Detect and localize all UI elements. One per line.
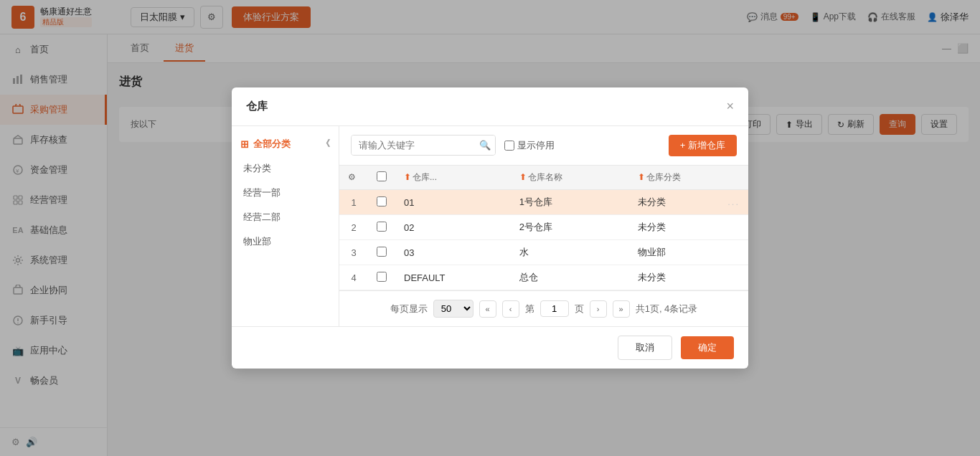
total-label: 共1页, 4条记录 bbox=[636, 303, 698, 315]
row-checkbox-cell[interactable] bbox=[368, 240, 395, 265]
select-all-checkbox[interactable] bbox=[377, 171, 387, 181]
show-disabled-label[interactable]: 显示停用 bbox=[504, 139, 555, 152]
collapse-icon[interactable]: 《 bbox=[321, 138, 330, 150]
modal-overlay: 仓库 × ⊞ 全部分类 《 未分类 经营一部 经营二部 物业部 bbox=[0, 0, 980, 456]
page-input[interactable] bbox=[540, 300, 569, 317]
search-wrap: 🔍 bbox=[351, 135, 496, 156]
sort-icon-category: ⬆ bbox=[638, 172, 645, 182]
row-checkbox[interactable] bbox=[377, 247, 387, 257]
col-warehouse-code: ⬆仓库... bbox=[395, 166, 511, 190]
category-property[interactable]: 物业部 bbox=[232, 229, 339, 254]
table-row[interactable]: 3 03 水 物业部 bbox=[339, 240, 748, 265]
search-input[interactable] bbox=[352, 136, 495, 155]
col-warehouse-category: ⬆仓库分类 bbox=[629, 166, 748, 190]
row-code: 01 bbox=[395, 189, 511, 215]
settings-col-icon: ⚙ bbox=[348, 172, 356, 182]
search-icon[interactable]: 🔍 bbox=[479, 140, 491, 151]
row-name: 1号仓库 bbox=[511, 189, 630, 215]
cancel-button[interactable]: 取消 bbox=[618, 336, 672, 360]
warehouse-table: ⚙ ⬆仓库... ⬆仓库名称 bbox=[339, 166, 748, 291]
row-num: 4 bbox=[339, 265, 368, 290]
sort-icon-code: ⬆ bbox=[404, 172, 411, 182]
category-uncategorized[interactable]: 未分类 bbox=[232, 156, 339, 181]
category-ops2[interactable]: 经营二部 bbox=[232, 205, 339, 229]
col-settings: ⚙ bbox=[339, 166, 368, 190]
grid-icon: ⊞ bbox=[240, 138, 249, 150]
per-page-label: 每页显示 bbox=[390, 303, 428, 315]
show-disabled-text: 显示停用 bbox=[517, 139, 555, 152]
pagination: 每页显示 50 20 100 « ‹ 第 页 › » 共1页, 4条记录 bbox=[339, 290, 748, 326]
row-code: DEFAULT bbox=[395, 265, 511, 290]
table-row[interactable]: 1 01 1号仓库 未分类... bbox=[339, 189, 748, 215]
confirm-button[interactable]: 确定 bbox=[681, 336, 734, 359]
table-row[interactable]: 4 DEFAULT 总仓 未分类 bbox=[339, 265, 748, 290]
category-all-label: 全部分类 bbox=[253, 138, 291, 151]
row-category: 未分类... bbox=[629, 190, 748, 215]
modal-header: 仓库 × bbox=[232, 87, 748, 126]
table-toolbar: 🔍 显示停用 + 新增仓库 bbox=[339, 126, 748, 166]
table-scroll: ⚙ ⬆仓库... ⬆仓库名称 bbox=[339, 166, 748, 291]
category-ops1[interactable]: 经营一部 bbox=[232, 181, 339, 205]
row-code: 02 bbox=[395, 215, 511, 240]
modal-footer: 取消 确定 bbox=[232, 326, 748, 369]
row-checkbox-cell[interactable] bbox=[368, 265, 395, 290]
row-category: 未分类 bbox=[629, 215, 748, 240]
modal-title: 仓库 bbox=[246, 100, 268, 113]
row-name: 总仓 bbox=[511, 265, 630, 290]
row-checkbox-cell[interactable] bbox=[368, 215, 395, 240]
table-area: 🔍 显示停用 + 新增仓库 ⚙ bbox=[339, 126, 748, 327]
sort-icon-name: ⬆ bbox=[519, 172, 527, 182]
row-name: 2号仓库 bbox=[511, 215, 630, 240]
page-first-button[interactable]: « bbox=[479, 300, 496, 318]
page-label: 第 bbox=[525, 303, 534, 315]
row-name: 水 bbox=[511, 240, 630, 265]
page-last-button[interactable]: » bbox=[613, 300, 630, 318]
modal-body: ⊞ 全部分类 《 未分类 经营一部 经营二部 物业部 🔍 bbox=[232, 126, 748, 327]
row-num: 2 bbox=[339, 215, 368, 240]
page-size-select[interactable]: 50 20 100 bbox=[433, 300, 473, 318]
category-all[interactable]: ⊞ 全部分类 《 bbox=[232, 132, 339, 156]
page-prev-button[interactable]: ‹ bbox=[502, 300, 519, 318]
row-num: 1 bbox=[339, 189, 368, 215]
table-row[interactable]: 2 02 2号仓库 未分类 bbox=[339, 215, 748, 240]
add-warehouse-button[interactable]: + 新增仓库 bbox=[669, 135, 737, 156]
show-disabled-checkbox[interactable] bbox=[504, 141, 514, 151]
page-unit: 页 bbox=[575, 303, 584, 315]
row-category: 未分类 bbox=[629, 265, 748, 290]
category-sidebar: ⊞ 全部分类 《 未分类 经营一部 经营二部 物业部 bbox=[232, 126, 339, 327]
col-warehouse-name: ⬆仓库名称 bbox=[511, 166, 630, 190]
row-checkbox[interactable] bbox=[377, 222, 387, 232]
modal-close-button[interactable]: × bbox=[726, 99, 734, 114]
warehouse-modal: 仓库 × ⊞ 全部分类 《 未分类 经营一部 经营二部 物业部 bbox=[232, 87, 748, 369]
row-code: 03 bbox=[395, 240, 511, 265]
row-checkbox[interactable] bbox=[377, 196, 387, 206]
col-checkbox bbox=[368, 166, 395, 190]
row-checkbox[interactable] bbox=[377, 272, 387, 282]
row-checkbox-cell[interactable] bbox=[368, 189, 395, 215]
more-options[interactable]: ... bbox=[727, 196, 740, 207]
row-category: 物业部 bbox=[629, 240, 748, 265]
row-num: 3 bbox=[339, 240, 368, 265]
page-next-button[interactable]: › bbox=[590, 300, 607, 318]
